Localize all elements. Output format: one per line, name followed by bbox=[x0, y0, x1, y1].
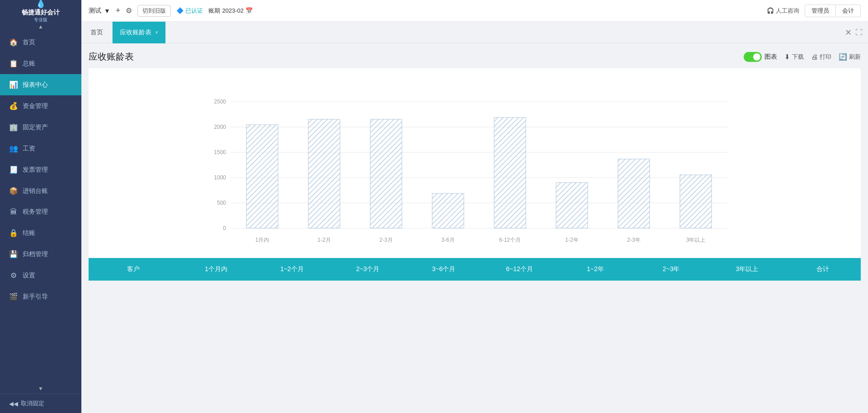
sidebar-item-label: 资金管理 bbox=[23, 102, 48, 110]
table-header-3-6m: 3~6个月 bbox=[406, 258, 481, 281]
support-icon: 🎧 bbox=[767, 7, 774, 14]
print-label: 打印 bbox=[820, 53, 831, 61]
table-header-2-3m: 2~3个月 bbox=[330, 258, 406, 281]
cancel-fixed-label: 取消固定 bbox=[21, 399, 44, 408]
refresh-label: 刷新 bbox=[849, 53, 861, 61]
chart-area: 0 500 1000 1500 2000 2500 bbox=[89, 68, 861, 258]
print-icon: 🖨 bbox=[811, 53, 818, 61]
period-selector[interactable]: 账期 2023-02 📅 bbox=[208, 7, 253, 15]
sidebar-item-settings[interactable]: ⚙ 设置 bbox=[0, 265, 81, 286]
tab-bar: 首页 应收账龄表 × ✕ ⛶ bbox=[81, 22, 868, 43]
sidebar-item-invoices[interactable]: 🧾 发票管理 bbox=[0, 159, 81, 180]
bar-6-12月 bbox=[494, 117, 526, 228]
page-content: 应收账龄表 图表 ⬇ 下载 🖨 打印 bbox=[81, 43, 868, 413]
tab-receivable-aging[interactable]: 应收账龄表 × bbox=[113, 22, 165, 43]
bar-3-6月 bbox=[432, 193, 464, 228]
tab-active-label: 应收账龄表 bbox=[120, 28, 151, 37]
bar-1月内 bbox=[246, 125, 278, 228]
accountant-button[interactable]: 会计 bbox=[836, 5, 861, 17]
period-label: 账期 bbox=[208, 7, 220, 15]
certified-label: 已认证 bbox=[185, 7, 203, 15]
tab-bar-right: ✕ ⛶ bbox=[845, 28, 868, 38]
cancel-fixed-button[interactable]: ◀◀ 取消固定 bbox=[0, 394, 81, 413]
table-header-6-12m: 6~12个月 bbox=[481, 258, 557, 281]
archive-icon: 💾 bbox=[9, 250, 18, 258]
sidebar-item-guide[interactable]: 🎬 新手引导 bbox=[0, 286, 81, 307]
calendar-icon: 📅 bbox=[245, 7, 253, 14]
close-icon[interactable]: ✕ bbox=[845, 28, 852, 38]
expand-icon[interactable]: ⛶ bbox=[855, 28, 863, 37]
sidebar-item-closing[interactable]: 🔒 结账 bbox=[0, 222, 81, 244]
switch-old-button[interactable]: 切到旧版 bbox=[137, 5, 171, 17]
print-button[interactable]: 🖨 打印 bbox=[811, 53, 831, 61]
sidebar-item-label: 工资 bbox=[23, 145, 35, 153]
download-button[interactable]: ⬇ 下载 bbox=[784, 53, 804, 61]
svg-text:2-3年: 2-3年 bbox=[627, 237, 640, 243]
bar-chart: 0 500 1000 1500 2000 2500 bbox=[103, 79, 846, 251]
tab-home[interactable]: 首页 bbox=[81, 22, 113, 43]
sidebar-item-label: 归档管理 bbox=[23, 250, 48, 258]
add-button[interactable]: + bbox=[116, 6, 121, 15]
main-layout: ▲ 🏠 首页 📋 总账 📊 报表中心 💰 资金管理 🏢 固定资产 bbox=[0, 22, 868, 413]
manager-button[interactable]: 管理员 bbox=[805, 5, 836, 17]
chart-toggle[interactable] bbox=[744, 52, 762, 62]
table-header-total: 合计 bbox=[785, 258, 861, 281]
certified-icon: 🔷 bbox=[176, 7, 184, 14]
sidebar-item-label: 新手引导 bbox=[23, 293, 48, 301]
reports-icon: 📊 bbox=[9, 80, 18, 89]
toggle-label: 图表 bbox=[764, 53, 777, 61]
bar-2-3月 bbox=[370, 119, 402, 228]
sidebar-item-label: 发票管理 bbox=[23, 166, 48, 174]
sidebar-item-home[interactable]: 🏠 首页 bbox=[0, 32, 81, 53]
download-label: 下载 bbox=[792, 53, 804, 61]
invoices-icon: 🧾 bbox=[9, 165, 18, 174]
svg-text:3-6月: 3-6月 bbox=[441, 237, 454, 243]
svg-text:0: 0 bbox=[223, 225, 226, 231]
logo-sub-text: 专业版 bbox=[22, 17, 60, 23]
app-logo: 💧 畅捷通好会计 专业版 bbox=[0, 0, 81, 22]
project-selector[interactable]: 测试 ▼ bbox=[89, 7, 110, 15]
svg-text:2500: 2500 bbox=[214, 99, 226, 105]
sidebar-item-reports[interactable]: 📊 报表中心 bbox=[0, 74, 81, 95]
project-name: 测试 bbox=[89, 7, 101, 15]
sidebar-item-assets[interactable]: 🏢 固定资产 bbox=[0, 117, 81, 138]
sidebar-item-label: 固定资产 bbox=[23, 123, 48, 131]
certified-badge: 🔷 已认证 bbox=[176, 7, 203, 15]
table-header-customer: 客户 bbox=[89, 258, 178, 281]
sidebar-item-ledger[interactable]: 📋 总账 bbox=[0, 53, 81, 74]
tab-close-icon[interactable]: × bbox=[155, 29, 158, 36]
sidebar-item-inventory[interactable]: 📦 进销台账 bbox=[0, 180, 81, 202]
sidebar-item-payroll[interactable]: 👥 工资 bbox=[0, 138, 81, 159]
sidebar-item-label: 设置 bbox=[23, 272, 35, 280]
support-button[interactable]: 🎧 人工咨询 bbox=[767, 7, 799, 15]
topbar-right: 🎧 人工咨询 管理员 会计 bbox=[767, 5, 861, 17]
sidebar-item-label: 总账 bbox=[23, 60, 35, 68]
report-actions: 图表 ⬇ 下载 🖨 打印 🔄 刷新 bbox=[744, 52, 861, 62]
ledger-icon: 📋 bbox=[9, 59, 18, 68]
chart-toggle-group: 图表 bbox=[744, 52, 777, 62]
bar-1-2年 bbox=[556, 183, 588, 228]
svg-text:3年以上: 3年以上 bbox=[686, 237, 706, 243]
report-container[interactable]: 应收账龄表 图表 ⬇ 下载 🖨 打印 bbox=[81, 43, 868, 413]
sidebar-scroll-down[interactable]: ▼ bbox=[0, 384, 81, 394]
logo-icon: 💧 bbox=[22, 0, 60, 9]
sidebar-item-archive[interactable]: 💾 归档管理 bbox=[0, 244, 81, 265]
support-label: 人工咨询 bbox=[776, 7, 799, 15]
payroll-icon: 👥 bbox=[9, 144, 18, 153]
dropdown-icon: ▼ bbox=[104, 7, 110, 14]
settings-icon[interactable]: ⚙ bbox=[126, 6, 132, 15]
refresh-button[interactable]: 🔄 刷新 bbox=[839, 53, 861, 61]
bar-1-2月 bbox=[308, 119, 340, 228]
table-header-1m: 1个月内 bbox=[178, 258, 254, 281]
user-buttons: 管理员 会计 bbox=[805, 5, 861, 17]
sidebar-item-tax[interactable]: 🏛 税务管理 bbox=[0, 202, 81, 222]
sidebar-item-funds[interactable]: 💰 资金管理 bbox=[0, 95, 81, 117]
settings-icon: ⚙ bbox=[9, 271, 18, 280]
sidebar-item-label: 结账 bbox=[23, 229, 35, 237]
table-header-1-2m: 1~2个月 bbox=[254, 258, 330, 281]
unpin-icon: ◀◀ bbox=[9, 400, 18, 407]
table-header-1-2y: 1~2年 bbox=[557, 258, 633, 281]
topbar: 💧 畅捷通好会计 专业版 测试 ▼ + ⚙ 切到旧版 🔷 已认证 账期 2023… bbox=[0, 0, 868, 22]
sidebar-item-label: 税务管理 bbox=[23, 208, 48, 216]
sidebar-scroll-up[interactable]: ▲ bbox=[0, 22, 81, 32]
